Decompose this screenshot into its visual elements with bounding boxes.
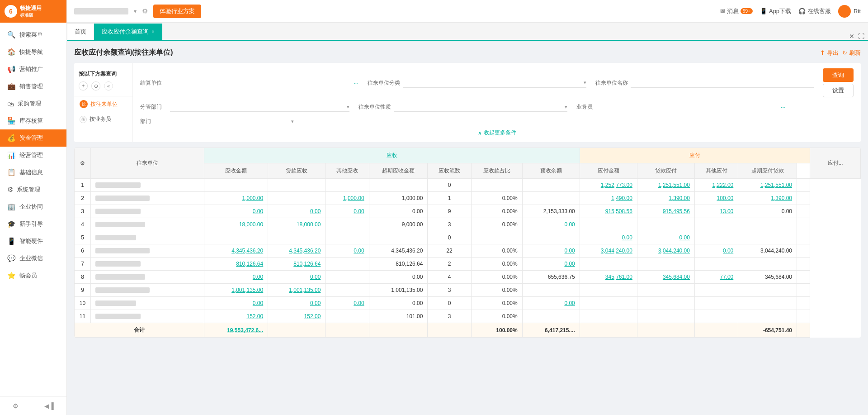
filter-salesman-ellipsis[interactable]: ··· — [780, 103, 786, 110]
filter-jsdw-field[interactable] — [170, 80, 354, 86]
filter-category-input[interactable]: ▾ — [403, 78, 586, 88]
row-prepaid[interactable]: 0.00 — [522, 218, 580, 231]
message-button[interactable]: ✉ 消息 99+ — [720, 7, 753, 15]
side-filter-salesperson[interactable]: 按 按业务员 — [74, 112, 132, 127]
row-other-ap[interactable]: 1,222.00 — [694, 179, 738, 192]
row-ar-amount[interactable]: 152.00 — [204, 310, 268, 323]
row-loan-ap[interactable]: 915,495.56 — [637, 205, 694, 218]
filter-category-dropdown[interactable]: ▾ — [584, 80, 586, 86]
row-loan-ap[interactable]: 0.00 — [637, 231, 694, 244]
row-loan-ar[interactable]: 1,001,135.00 — [268, 284, 326, 297]
row-other-ap[interactable]: 100.00 — [694, 192, 738, 205]
footer-ar-amount[interactable]: 19,553,472,6... — [204, 323, 268, 338]
sidebar-item-marketing[interactable]: 📢 营销推广 — [0, 61, 66, 78]
filter-add-icon[interactable]: + — [79, 81, 88, 91]
row-ar-amount[interactable]: 0.00 — [204, 271, 268, 284]
refresh-button[interactable]: ↻ 刷新 — [842, 49, 861, 57]
settings-footer-icon[interactable]: ⚙ — [13, 402, 19, 410]
row-ap-amount[interactable]: 3,044,240.00 — [580, 244, 637, 258]
sidebar-item-basic[interactable]: 📋 基础信息 — [0, 164, 66, 181]
row-other-ar[interactable]: 0.00 — [326, 244, 369, 258]
row-other-ap[interactable]: 13.00 — [694, 205, 738, 218]
filter-jsdw-input[interactable]: ··· — [170, 78, 359, 88]
sidebar-item-enterprise[interactable]: 🏢 企业协同 — [0, 198, 66, 215]
row-overdue-ap[interactable]: 1,251,551.00 — [738, 179, 797, 192]
filter-deptb-input[interactable]: ▾ — [170, 117, 294, 126]
row-loan-ar[interactable]: 810,126.64 — [268, 258, 326, 271]
sidebar-item-quicknav[interactable]: 🏠 快捷导航 — [0, 43, 66, 61]
row-ap-amount[interactable]: 0.00 — [580, 231, 637, 244]
filter-salesman-input[interactable]: ··· — [601, 102, 786, 112]
tab-maximize-icon[interactable]: ⛶ — [858, 33, 864, 40]
filter-deptb-field[interactable] — [170, 118, 291, 124]
row-other-ar[interactable]: 0.00 — [326, 205, 369, 218]
row-loan-ar[interactable]: 0.00 — [268, 205, 326, 218]
header-gear-icon[interactable]: ⚙ — [142, 7, 148, 15]
row-ar-amount[interactable]: 0.00 — [204, 205, 268, 218]
sidebar-item-wechat[interactable]: 💬 企业微信 — [0, 250, 66, 267]
filter-dept-field[interactable] — [170, 104, 347, 110]
sidebar-item-operation[interactable]: 📊 经营管理 — [0, 147, 66, 164]
tab-close-all-icon[interactable]: ✕ — [849, 33, 854, 40]
row-ar-amount[interactable]: 1,000.00 — [204, 192, 268, 205]
filter-salesman-field[interactable] — [601, 104, 780, 110]
tab-ar-ap[interactable]: 应收应付余额查询 × — [94, 24, 162, 40]
row-loan-ar[interactable]: 4,345,436.20 — [268, 244, 326, 258]
row-loan-ap[interactable]: 3,044,240.00 — [637, 244, 694, 258]
row-ar-amount[interactable]: 4,345,436.20 — [204, 244, 268, 258]
sidebar-item-guide[interactable]: 🎓 新手引导 — [0, 215, 66, 233]
filter-nature-input[interactable]: ▾ — [394, 102, 568, 112]
export-button[interactable]: ⬆ 导出 — [820, 49, 839, 57]
sidebar-item-system[interactable]: ⚙ 系统管理 — [0, 181, 66, 198]
filter-name-field[interactable] — [631, 80, 814, 86]
filter-name-input[interactable] — [631, 78, 814, 88]
sidebar-item-member[interactable]: ⭐ 畅会员 — [0, 267, 66, 284]
collapse-sidebar-icon[interactable]: ◀▐ — [44, 402, 54, 410]
setting-button[interactable]: 设置 — [823, 84, 854, 97]
row-ar-amount[interactable]: 0.00 — [204, 297, 268, 310]
app-download-button[interactable]: 📱 App下载 — [760, 7, 791, 15]
row-loan-ap[interactable]: 345,684.00 — [637, 271, 694, 284]
row-other-ap[interactable]: 0.00 — [694, 244, 738, 258]
filter-jsdw-ellipsis[interactable]: ··· — [354, 79, 359, 86]
row-ap-amount[interactable]: 915,508.56 — [580, 205, 637, 218]
row-prepaid[interactable]: 0.00 — [522, 244, 580, 258]
table-gear-icon[interactable]: ⚙ — [80, 160, 85, 167]
sidebar-item-smarthw[interactable]: 📱 智能硬件 — [0, 233, 66, 250]
row-overdue-ap[interactable]: 1,390.00 — [738, 192, 797, 205]
row-loan-ap[interactable]: 1,251,551.00 — [637, 179, 694, 192]
filter-dept-dropdown[interactable]: ▾ — [347, 104, 349, 110]
row-prepaid[interactable]: 0.00 — [522, 258, 580, 271]
filter-collapse-button[interactable]: ∧ 收起更多条件 — [478, 129, 516, 137]
filter-collapse-icon[interactable]: « — [104, 81, 113, 91]
row-ar-amount[interactable]: 18,000.00 — [204, 218, 268, 231]
filter-nature-field[interactable] — [394, 104, 565, 110]
row-other-ap[interactable]: 77.00 — [694, 271, 738, 284]
row-loan-ar[interactable]: 0.00 — [268, 271, 326, 284]
row-prepaid[interactable]: 0.00 — [522, 297, 580, 310]
sidebar-item-search[interactable]: 🔍 搜索菜单 — [0, 26, 66, 43]
promo-button[interactable]: 体验行业方案 — [153, 5, 201, 18]
query-button[interactable]: 查询 — [823, 68, 854, 82]
row-ar-amount[interactable]: 1,001,135.00 — [204, 284, 268, 297]
online-service-button[interactable]: 🎧 在线客服 — [798, 7, 831, 15]
breadcrumb-dropdown-icon[interactable]: ▾ — [134, 8, 137, 14]
user-profile[interactable]: Rit — [838, 5, 861, 18]
row-other-ar[interactable]: 0.00 — [326, 297, 369, 310]
filter-settings-icon[interactable]: ⊙ — [91, 81, 100, 91]
filter-deptb-dropdown[interactable]: ▾ — [291, 119, 294, 124]
filter-category-field[interactable] — [403, 80, 583, 86]
filter-dept-input[interactable]: ▾ — [170, 102, 349, 112]
side-filter-partner[interactable]: 按 按往来单位 — [74, 96, 132, 112]
tab-home[interactable]: 首页 — [67, 24, 94, 40]
row-loan-ar[interactable]: 0.00 — [268, 297, 326, 310]
row-ap-amount[interactable]: 1,252,773.00 — [580, 179, 637, 192]
row-ap-amount[interactable]: 1,490.00 — [580, 192, 637, 205]
sidebar-item-inventory[interactable]: 🏪 库存核算 — [0, 112, 66, 129]
filter-nature-dropdown[interactable]: ▾ — [565, 104, 567, 110]
sidebar-item-sales[interactable]: 💼 销售管理 — [0, 78, 66, 95]
row-loan-ap[interactable]: 1,390.00 — [637, 192, 694, 205]
sidebar-item-purchase[interactable]: 🛍 采购管理 — [0, 95, 66, 112]
sidebar-item-finance[interactable]: 💰 资金管理 — [0, 129, 66, 147]
row-ap-amount[interactable]: 345,761.00 — [580, 271, 637, 284]
